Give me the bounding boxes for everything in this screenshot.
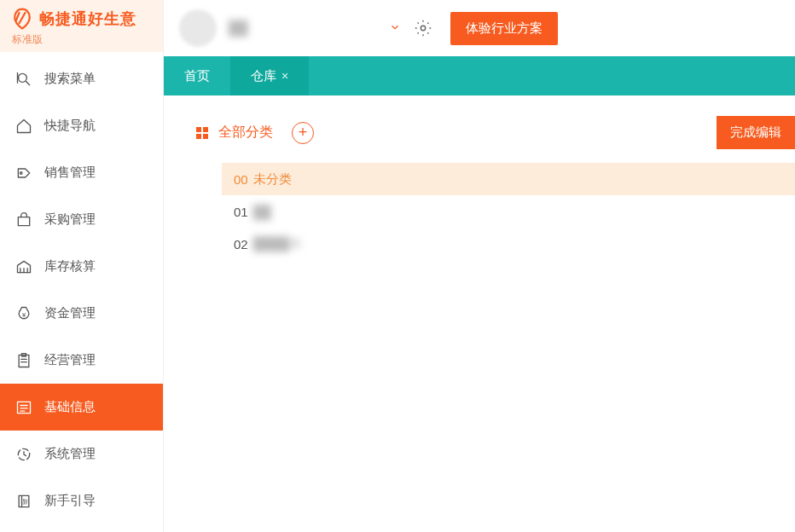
- category-name: ████库: [253, 236, 303, 252]
- category-row[interactable]: 00未分类: [222, 163, 795, 195]
- category-code: 02: [234, 237, 248, 252]
- sidebar-item-label: 销售管理: [44, 165, 96, 181]
- sidebar-item-search-menu[interactable]: 搜索菜单: [0, 55, 163, 102]
- category-name: 未分类: [253, 171, 292, 188]
- tab-strip: 首页仓库×: [164, 56, 795, 95]
- svg-point-22: [421, 26, 426, 31]
- brand-edition: 标准版: [12, 32, 153, 47]
- clipboard-icon: [15, 352, 32, 369]
- sidebar-item-system[interactable]: 系统管理: [0, 431, 163, 477]
- category-code: 00: [234, 172, 248, 187]
- category-row[interactable]: 02████库: [222, 228, 795, 260]
- category-row[interactable]: 01██: [222, 195, 795, 228]
- sidebar-item-label: 基础信息: [44, 399, 96, 415]
- category-list: 00未分类01██02████库: [222, 163, 795, 260]
- svg-rect-25: [196, 134, 201, 139]
- chevron-down-icon: [389, 20, 401, 38]
- svg-rect-24: [203, 127, 208, 132]
- brand-name: 畅捷通好生意: [39, 9, 136, 29]
- svg-point-4: [20, 171, 22, 174]
- sidebar-item-funds[interactable]: ¥资金管理: [0, 290, 163, 337]
- brand-logo-icon: [10, 7, 34, 31]
- category-code: 01: [234, 205, 248, 219]
- svg-line-1: [26, 81, 30, 84]
- grid-icon: [196, 127, 208, 139]
- svg-point-0: [18, 73, 26, 82]
- sidebar-nav: 搜索菜单快捷导航销售管理采购管理库存核算¥资金管理经营管理基础信息系统管理新新手…: [0, 52, 163, 524]
- sidebar-item-label: 资金管理: [44, 305, 96, 321]
- svg-text:新: 新: [22, 498, 28, 504]
- tab-home[interactable]: 首页: [164, 56, 230, 95]
- sidebar-item-baseinfo[interactable]: 基础信息: [0, 384, 163, 431]
- close-icon[interactable]: ×: [281, 69, 288, 83]
- bag-icon: [15, 211, 32, 228]
- tab-label: 仓库: [251, 68, 276, 84]
- sidebar: 畅捷通好生意 标准版 搜索菜单快捷导航销售管理采购管理库存核算¥资金管理经营管理…: [0, 0, 164, 532]
- money-icon: ¥: [15, 305, 32, 322]
- sidebar-item-label: 新手引导: [44, 493, 96, 509]
- main-area: ██ 体验行业方案 首页仓库× 全部分类 + 完成编辑 00未分类01██02█…: [164, 0, 795, 532]
- sidebar-item-label: 系统管理: [44, 446, 96, 462]
- sidebar-item-label: 采购管理: [44, 211, 96, 228]
- search-icon: [15, 71, 32, 88]
- all-categories-label[interactable]: 全部分类: [218, 124, 273, 142]
- tab-warehouse[interactable]: 仓库×: [230, 56, 309, 95]
- settings-button[interactable]: [413, 18, 433, 38]
- sidebar-item-label: 经营管理: [44, 352, 96, 368]
- warehouse-icon: [15, 258, 32, 275]
- list-icon: [15, 399, 32, 416]
- svg-rect-23: [196, 127, 201, 132]
- sidebar-item-label: 库存核算: [44, 258, 96, 275]
- sync-icon: [15, 446, 32, 463]
- content-panel: 全部分类 + 完成编辑 00未分类01██02████库: [164, 95, 795, 532]
- svg-rect-5: [18, 217, 29, 225]
- org-avatar: [179, 9, 217, 47]
- add-category-button[interactable]: +: [292, 122, 314, 144]
- org-name: ██: [229, 20, 248, 36]
- tag-icon: [15, 165, 32, 182]
- sidebar-item-operations[interactable]: 经营管理: [0, 337, 163, 384]
- sidebar-item-label: 搜索菜单: [44, 71, 96, 87]
- sidebar-item-label: 快捷导航: [44, 118, 96, 134]
- home-icon: [15, 118, 32, 135]
- category-name: ██: [253, 205, 271, 219]
- sidebar-item-guide[interactable]: 新新手引导: [0, 477, 163, 524]
- finish-edit-button[interactable]: 完成编辑: [717, 116, 795, 149]
- brand-area: 畅捷通好生意 标准版: [0, 0, 163, 52]
- org-dropdown[interactable]: ██: [179, 9, 401, 47]
- tab-label: 首页: [184, 68, 210, 84]
- svg-rect-26: [203, 134, 208, 139]
- sidebar-item-sales[interactable]: 销售管理: [0, 149, 163, 196]
- try-industry-button[interactable]: 体验行业方案: [450, 12, 558, 45]
- sidebar-item-quick-nav[interactable]: 快捷导航: [0, 102, 163, 149]
- book-icon: 新: [15, 493, 32, 510]
- sidebar-item-inventory[interactable]: 库存核算: [0, 243, 163, 290]
- top-bar: ██ 体验行业方案: [164, 0, 795, 56]
- sidebar-item-purchase[interactable]: 采购管理: [0, 196, 163, 243]
- content-toolbar: 全部分类 + 完成编辑: [184, 116, 795, 149]
